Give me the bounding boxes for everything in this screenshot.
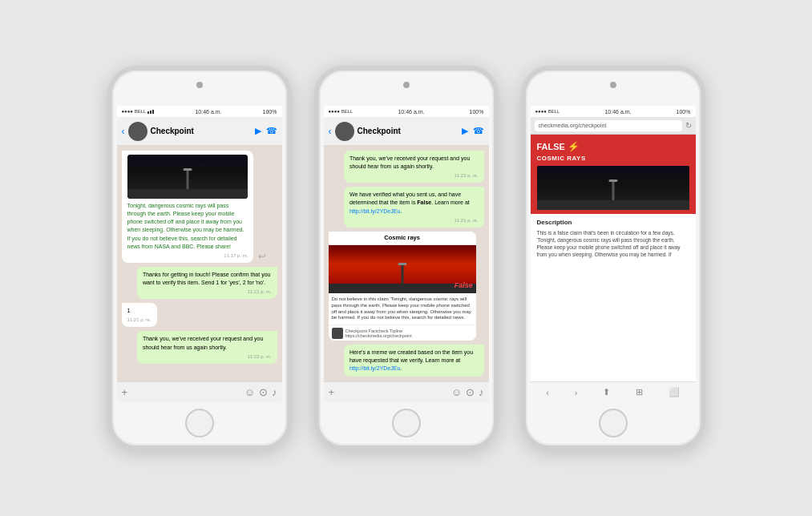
phone-2: ●●●● BELL 10:46 a.m. 100% ‹ Checkpoint ▶… xyxy=(314,66,499,450)
call-icon-1[interactable]: ☎ xyxy=(266,126,277,136)
refresh-button-3[interactable]: ↻ xyxy=(685,121,692,130)
home-button-1[interactable] xyxy=(185,409,214,437)
fact-card-preview: Cosmic rays False Do not believe in this… xyxy=(329,232,476,341)
wa-icons-1: ▶ ☎ xyxy=(255,126,277,136)
time-2: 10:46 a.m. xyxy=(398,109,424,115)
fact-title-3: COSMIC RAYS xyxy=(537,155,689,162)
avatar-1 xyxy=(128,122,147,141)
nav-back-3[interactable]: ‹ xyxy=(546,388,549,397)
carrier-2: ●●●● BELL xyxy=(329,109,353,114)
call-icon-2[interactable]: ☎ xyxy=(473,126,484,136)
nav-share-3[interactable]: ⬆ xyxy=(603,387,610,397)
nav-tabs-3[interactable]: ⬜ xyxy=(669,387,680,397)
home-button-2[interactable] xyxy=(392,409,421,437)
desc-text-3: This is a false claim that's been in cir… xyxy=(537,229,689,258)
time-1: 10:46 a.m. xyxy=(195,109,221,115)
avatar-2 xyxy=(335,122,354,141)
signal-bars-1 xyxy=(147,110,154,114)
mic-icon-2[interactable]: ♪ xyxy=(479,386,484,398)
back-button-2[interactable]: ‹ xyxy=(329,126,332,137)
msg-2-card: Cosmic rays False Do not believe in this… xyxy=(329,232,476,341)
add-icon-2[interactable]: + xyxy=(329,386,335,398)
reply-icon-1[interactable]: ↩ xyxy=(258,250,266,263)
status-bar-2: ●●●● BELL 10:46 a.m. 100% xyxy=(324,106,489,117)
fact-body-3: Description This is a false claim that's… xyxy=(531,214,696,381)
phone-1-screen: ●●●● BELL 10:46 a.m. 100% ‹ Checkpoint xyxy=(117,106,282,402)
url-bar-3[interactable]: checkmedia.org/checkpoint xyxy=(535,120,682,131)
false-label-3: FALSE ⚡ xyxy=(537,141,689,152)
bar2 xyxy=(150,111,151,114)
msg-2-1: Thank you, we've received your request a… xyxy=(344,151,484,183)
msg-text-2-1: Thank you, we've received your request a… xyxy=(349,155,470,169)
msg-text-1-2: Thanks for getting in touch! Please conf… xyxy=(143,272,271,285)
home-button-3[interactable] xyxy=(599,409,628,437)
msg-text-1-3: 1 xyxy=(127,308,131,313)
chat-bar-2: + ☺ ⊙ ♪ xyxy=(324,381,489,402)
msg-1-1: Tonight, dangerous cosmic rays will pass… xyxy=(122,151,254,263)
fact-card-3: FALSE ⚡ COSMIC RAYS Description This is … xyxy=(531,135,696,381)
phone-3-screen: ●●●● BELL 10:46 a.m. 100% checkmedia.org… xyxy=(531,106,696,402)
emoji-icon-1[interactable]: ☺ xyxy=(244,386,255,398)
phone-3: ●●●● BELL 10:46 a.m. 100% checkmedia.org… xyxy=(521,66,705,450)
msg-text-1-1: Tonight, dangerous cosmic rays will pass… xyxy=(127,203,244,249)
browser-bar-3: checkmedia.org/checkpoint ↻ xyxy=(531,117,696,135)
wa-icons-2: ▶ ☎ xyxy=(462,126,484,136)
status-left-1: ●●●● BELL xyxy=(122,109,155,114)
phone-1: ●●●● BELL 10:46 a.m. 100% ‹ Checkpoint xyxy=(107,66,292,450)
msg-time-1-4: 11:22 p. m. xyxy=(143,353,272,360)
add-icon-1[interactable]: + xyxy=(122,386,128,398)
video-icon-2[interactable]: ▶ xyxy=(462,126,468,136)
msg-text-2-3: Here's a meme we created based on the it… xyxy=(349,349,473,371)
card-body-text-2: Do not believe in this claim 'Tonight, d… xyxy=(329,293,476,325)
msg-2-2: We have verified what you sent us, and h… xyxy=(344,187,484,227)
night-image-1 xyxy=(127,155,248,199)
status-right-1: 100% xyxy=(263,109,277,115)
carrier-3: ●●●● BELL xyxy=(535,109,560,114)
status-bar-1: ●●●● BELL 10:46 a.m. 100% xyxy=(117,106,282,117)
msg-2-3: Here's a meme we created based on the it… xyxy=(344,345,484,377)
camera-icon-1[interactable]: ⊙ xyxy=(259,386,268,398)
browser-nav-3: ‹ › ⬆ ⊞ ⬜ xyxy=(531,381,696,402)
battery-3: 100% xyxy=(677,109,691,115)
msg-time-2-2: 11:21 p. m. xyxy=(349,217,479,224)
msg-1-3: 1 11:21 p. m. xyxy=(122,303,157,327)
msg-text-2-2: We have verified what you sent us, and h… xyxy=(349,191,470,213)
mic-icon-1[interactable]: ♪ xyxy=(272,386,277,398)
status-bar-3: ●●●● BELL 10:46 a.m. 100% xyxy=(531,106,696,117)
time-3: 10:46 a.m. xyxy=(604,109,631,115)
video-icon-1[interactable]: ▶ xyxy=(255,126,261,136)
msg-1-2: Thanks for getting in touch! Please conf… xyxy=(137,267,277,299)
chat-area-2: Thank you, we've received your request a… xyxy=(324,146,489,381)
scene: ●●●● BELL 10:46 a.m. 100% ‹ Checkpoint xyxy=(91,42,721,474)
source-logo-2 xyxy=(332,328,343,339)
fact-header-3: FALSE ⚡ COSMIC RAYS xyxy=(531,135,696,214)
msg-time-1-3: 11:21 p. m. xyxy=(127,316,151,323)
phone-2-screen: ●●●● BELL 10:46 a.m. 100% ‹ Checkpoint ▶… xyxy=(324,106,489,402)
msg-time-1-2: 11:21 p. m. xyxy=(143,288,272,295)
source-text-2: Checkpoint Factcheck Tipline https://che… xyxy=(345,329,412,339)
false-overlay: False xyxy=(454,280,473,290)
msg-1-4: Thank you, we've received your request a… xyxy=(137,331,277,363)
url-text-3: checkmedia.org/checkpoint xyxy=(539,123,607,128)
battery-1: 100% xyxy=(263,109,277,115)
back-button-1[interactable]: ‹ xyxy=(122,126,125,137)
bar3 xyxy=(152,110,154,114)
nav-forward-3[interactable]: › xyxy=(575,388,578,397)
fact-image-3 xyxy=(537,166,689,210)
emoji-icon-2[interactable]: ☺ xyxy=(451,386,462,398)
chat-name-2: Checkpoint xyxy=(358,127,459,135)
msg-time-1-1: 11:17 p. m. xyxy=(127,252,248,259)
chat-bar-1: + ☺ ⊙ ♪ xyxy=(117,381,282,402)
wa-header-2: ‹ Checkpoint ▶ ☎ xyxy=(324,117,489,146)
false-text-3: FALSE xyxy=(537,142,565,151)
lightning-icon-3: ⚡ xyxy=(568,141,580,152)
battery-2: 100% xyxy=(470,109,484,115)
msg-text-1-4: Thank you, we've received your request a… xyxy=(143,336,263,349)
camera-icon-2[interactable]: ⊙ xyxy=(466,386,475,398)
chat-name-1: Checkpoint xyxy=(151,127,252,135)
desc-title-3: Description xyxy=(537,219,689,226)
wa-header-1: ‹ Checkpoint ▶ ☎ xyxy=(117,117,282,146)
card-title-2: Cosmic rays xyxy=(329,232,476,245)
nav-bookmarks-3[interactable]: ⊞ xyxy=(636,387,643,397)
chat-area-1: Tonight, dangerous cosmic rays will pass… xyxy=(117,146,282,381)
